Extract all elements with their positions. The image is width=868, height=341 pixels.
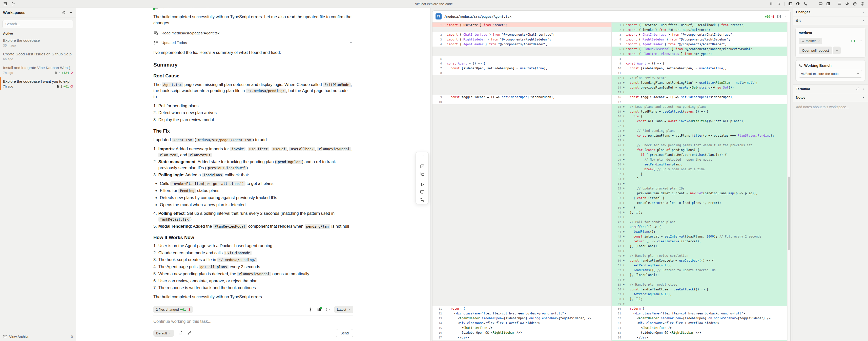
diff-filler: [432, 258, 611, 263]
inline-code: useRef: [272, 147, 287, 151]
tool-call-row[interactable]: Read medusa/src/pages/Agent.tsx: [153, 30, 353, 36]
workspace-item[interactable]: Install and integrate Vibe Kanban Web (7…: [0, 63, 76, 77]
collapse-sidebar-icon[interactable]: [11, 2, 15, 6]
run-icon[interactable]: [420, 182, 425, 187]
workspace-item[interactable]: Create Good First Issues on Github So p6…: [0, 50, 76, 63]
todo-list-icon: [153, 40, 159, 45]
add-workspace-icon[interactable]: [69, 11, 73, 14]
help-icon[interactable]: [853, 2, 857, 6]
code-text: break; // Only open one at a time: [626, 167, 705, 171]
monitor-icon[interactable]: [819, 2, 823, 6]
chat-scroll-area[interactable]: npm run build 2>&1 | tail -80The build c…: [76, 8, 430, 304]
line-number: 58: [612, 298, 623, 301]
split-diff-toggle-icon[interactable]: [777, 14, 781, 19]
git-section-header[interactable]: Git: [793, 17, 868, 25]
terminal-icon[interactable]: [811, 2, 815, 6]
workspace-item[interactable]: Explore the codebase35m ago: [0, 36, 76, 50]
notes-section-header[interactable]: Notes: [793, 93, 868, 102]
attach-icon[interactable]: [178, 331, 183, 335]
diff-filler: [432, 263, 611, 268]
working-branch-field[interactable]: vk/3ccf-explore-the-code: [799, 70, 862, 78]
diff-row: 11 return (60 return (: [432, 306, 790, 311]
bullet-list: ●Calls invoke<PlanItem[]>('get_all_plans…: [153, 181, 353, 208]
send-button[interactable]: Send: [336, 329, 353, 337]
line-number: 28: [612, 153, 623, 156]
settings-icon[interactable]: [860, 2, 864, 6]
diff-line: 16 {sidebarOpen && <RightSidebar />}: [432, 330, 611, 335]
preview-icon[interactable]: [420, 190, 425, 194]
model-version-select[interactable]: Latest: [334, 306, 353, 313]
inline-code: PlanStatus: [188, 153, 212, 157]
expand-icon[interactable]: [856, 87, 859, 91]
working-branch-card: Working Branch vk/3ccf-explore-the-code: [795, 60, 865, 81]
open-pull-request-button[interactable]: Open pull request: [799, 46, 832, 54]
diff-scrollbar[interactable]: [787, 22, 790, 341]
diff-marker: +: [623, 230, 626, 234]
git-icon[interactable]: [803, 2, 808, 6]
mode-select[interactable]: Default: [153, 330, 174, 337]
drag-handle-icon[interactable]: [420, 154, 424, 158]
inline-code: loadPlans: [202, 173, 223, 177]
files-changed-chip[interactable]: 2 files changed +61 -3: [153, 306, 193, 313]
menu-icon[interactable]: [838, 2, 842, 6]
annotate-icon[interactable]: [187, 331, 192, 335]
diff-marker: +: [623, 134, 626, 137]
more-actions-icon[interactable]: [858, 39, 862, 43]
scrollbar-thumb[interactable]: [788, 177, 790, 250]
diff-marker: +: [623, 235, 626, 238]
line-number: 17: [432, 336, 444, 339]
view-archive-button[interactable]: View Archive 0: [0, 332, 76, 341]
line-number: 15: [612, 91, 623, 94]
copy-icon[interactable]: [420, 172, 425, 176]
layers-icon[interactable]: [62, 11, 66, 14]
status-dot: [152, 8, 155, 11]
pr-options-button[interactable]: [833, 46, 841, 54]
todos-status-icon[interactable]: [317, 307, 321, 312]
list-item: ●Detects new plans by comparing against …: [153, 195, 353, 201]
diff-filler: [432, 167, 611, 172]
workspace-item[interactable]: Explore the codebase I want you to expl7…: [0, 77, 76, 91]
diff-line: 11 return (: [432, 306, 611, 311]
announcements-icon[interactable]: [845, 2, 849, 6]
diff-body[interactable]: 1-import { useState } from "react";1+imp…: [432, 23, 790, 341]
notes-input[interactable]: Add notes about this workspace...: [793, 102, 868, 112]
diff-row: 56+ const handlePlanClose = useCallback(…: [432, 287, 790, 292]
line-number: 38: [612, 202, 623, 205]
code-text: import { ChatInterface } from "@/compone…: [626, 33, 734, 36]
tool-call-row[interactable]: npm run build 2>&1 | tail -80: [153, 8, 353, 10]
search-input[interactable]: [3, 20, 73, 28]
diff-filler: [432, 273, 611, 277]
archive-icon[interactable]: [3, 2, 7, 6]
workspace-title: Create Good First Issues on Github So p: [3, 52, 73, 56]
git-icon[interactable]: [420, 197, 425, 202]
chevron-down-icon[interactable]: [349, 40, 353, 44]
text: component that renders when: [247, 224, 304, 228]
inline-code: useCallback: [289, 147, 315, 151]
tool-call-row[interactable]: Updated Todos: [153, 40, 353, 45]
paragraph: The Agent.tsx page was missing all plan …: [153, 82, 353, 100]
context-icon[interactable]: [308, 307, 313, 312]
collapse-file-icon[interactable]: [784, 15, 787, 18]
message-input[interactable]: Continue working on this task...: [153, 319, 353, 329]
heading: How It Works Now: [153, 235, 353, 240]
diff-filler: [432, 85, 611, 90]
diff-line: 66 </div>: [611, 335, 790, 340]
theme-toggle-icon[interactable]: [796, 2, 800, 6]
diff-row: 36+ previousPlanIdsRef.current = new Set…: [432, 191, 790, 195]
edit-icon[interactable]: [856, 72, 860, 75]
diff-filler: [432, 148, 611, 152]
pause-icon[interactable]: [769, 2, 773, 6]
diff-line: 37+ } catch (error) {: [611, 195, 790, 200]
diff-file-header[interactable]: TS /medusa/medusa/src/pages/Agent.tsx +5…: [432, 11, 790, 23]
list-item: 7.The response is written back and the h…: [153, 285, 353, 291]
panel-left-icon[interactable]: [788, 2, 792, 6]
terminal-section-header[interactable]: Terminal: [793, 85, 868, 93]
diff-row: 17 </div>66 </div>: [432, 335, 790, 340]
panel-right-icon[interactable]: [826, 2, 830, 6]
diff-row: 27+ for (const plan of pendingPlans) {: [432, 148, 790, 152]
list-marker: 6.: [153, 278, 157, 284]
chevrons-up-icon[interactable]: [777, 2, 781, 6]
branch-select[interactable]: master: [799, 38, 822, 44]
changes-section-header[interactable]: Changes: [793, 8, 868, 17]
diff-view-icon[interactable]: [420, 164, 425, 169]
